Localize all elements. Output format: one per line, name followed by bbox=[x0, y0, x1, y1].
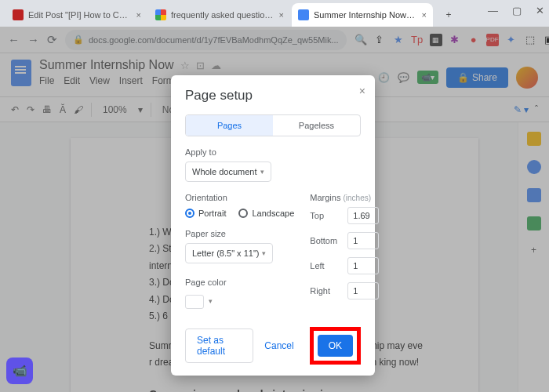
paper-size-select[interactable]: Letter (8.5" x 11") bbox=[185, 243, 273, 263]
favicon bbox=[13, 9, 24, 20]
minimize-icon[interactable]: — bbox=[488, 5, 498, 16]
tab-pages[interactable]: Pages bbox=[186, 115, 273, 136]
margin-left-input[interactable]: 1 bbox=[347, 257, 379, 274]
maximize-icon[interactable]: ▢ bbox=[512, 5, 522, 16]
page-color-select[interactable] bbox=[185, 295, 204, 309]
close-icon[interactable]: ✕ bbox=[536, 5, 544, 16]
margin-right-input[interactable]: 1 bbox=[347, 282, 379, 299]
margin-bottom-input[interactable]: 1 bbox=[347, 232, 379, 249]
tab-title: Summer Internship Now - Go... bbox=[314, 10, 417, 20]
close-icon[interactable]: × bbox=[279, 10, 284, 20]
close-icon[interactable]: × bbox=[422, 10, 427, 20]
page-color-label: Page color bbox=[185, 278, 294, 287]
dialog-title: Page setup bbox=[185, 88, 361, 103]
margins-label: Margins (inches) bbox=[310, 193, 379, 202]
dialog-tabs: Pages Pageless bbox=[185, 114, 361, 136]
browser-tab-0[interactable]: Edit Post "[PI] How to Change × bbox=[6, 3, 147, 27]
browser-tab-2-active[interactable]: Summer Internship Now - Go... × bbox=[292, 3, 433, 27]
browser-tab-1[interactable]: frequently asked questions ab × bbox=[149, 3, 290, 27]
close-icon[interactable]: × bbox=[359, 85, 365, 97]
set-default-button[interactable]: Set as default bbox=[185, 328, 253, 363]
radio-landscape[interactable]: Landscape bbox=[238, 209, 294, 218]
margin-top-input[interactable]: 1.69 bbox=[347, 207, 379, 224]
new-tab-button[interactable]: + bbox=[439, 5, 458, 24]
apply-to-select[interactable]: Whole document bbox=[185, 162, 271, 182]
ok-button[interactable]: OK bbox=[318, 335, 353, 357]
paper-size-label: Paper size bbox=[185, 229, 294, 238]
browser-tab-strip: Edit Post "[PI] How to Change × frequent… bbox=[0, 0, 549, 27]
window-controls: — ▢ ✕ bbox=[488, 5, 544, 16]
radio-portrait[interactable]: Portrait bbox=[185, 209, 226, 218]
tab-title: frequently asked questions ab bbox=[171, 10, 274, 20]
cancel-button[interactable]: Cancel bbox=[253, 335, 304, 357]
margin-top-label: Top bbox=[310, 211, 341, 220]
margin-left-label: Left bbox=[310, 261, 341, 270]
page-setup-dialog: × Page setup Pages Pageless Apply to Who… bbox=[171, 75, 375, 376]
favicon bbox=[298, 9, 309, 20]
apply-to-label: Apply to bbox=[185, 147, 361, 157]
margin-bottom-label: Bottom bbox=[310, 236, 341, 245]
ok-highlight: OK bbox=[310, 327, 361, 365]
margin-right-label: Right bbox=[310, 286, 341, 296]
tab-pageless[interactable]: Pageless bbox=[273, 115, 360, 136]
favicon bbox=[155, 9, 166, 20]
orientation-label: Orientation bbox=[185, 193, 294, 202]
tab-title: Edit Post "[PI] How to Change bbox=[28, 10, 132, 20]
meet-fab-icon[interactable]: 📹 bbox=[6, 358, 33, 384]
close-icon[interactable]: × bbox=[136, 10, 141, 20]
